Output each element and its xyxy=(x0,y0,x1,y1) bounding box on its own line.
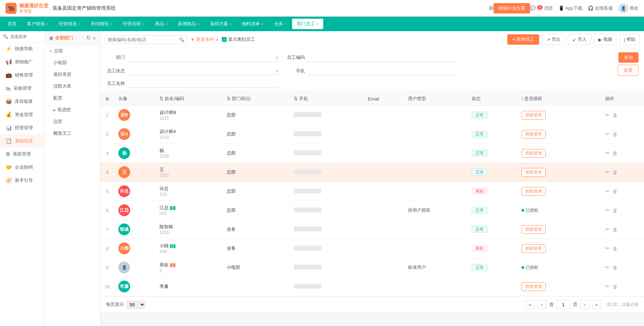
authorize-button[interactable]: 授权登录 xyxy=(521,168,546,177)
dept-node-shuanglvxiang[interactable]: ▶双虑想 xyxy=(45,104,100,116)
online-service-button[interactable]: 🎧 在线客服 xyxy=(588,5,613,11)
edit-icon[interactable]: ✏ xyxy=(605,283,610,290)
delete-icon[interactable]: 🗑 xyxy=(613,227,618,232)
nav-close-goods[interactable]: × xyxy=(165,22,167,26)
authorize-button[interactable]: 授权登录 xyxy=(521,282,546,291)
authorize-button[interactable]: 授权登录 xyxy=(521,225,546,234)
nav-item-bom[interactable]: 物料清单 × xyxy=(237,19,268,29)
help-button[interactable]: | 帮助 xyxy=(619,34,640,45)
col-name[interactable]: ⇅ 姓名/编码 xyxy=(155,92,223,106)
sidebar-item-guide[interactable]: 🧭 新手引导 xyxy=(0,174,45,187)
nav-close-history[interactable]: × xyxy=(142,22,144,26)
dept-select[interactable]: ∨ xyxy=(128,53,279,62)
dept-node-shenyang[interactable]: 沈阳大库 xyxy=(45,80,100,92)
dept-node-xiangmu[interactable]: 项目库房 xyxy=(45,69,100,80)
page-input[interactable] xyxy=(556,300,570,309)
import-button[interactable]: ↙ 导入 xyxy=(568,34,591,45)
trial-button[interactable]: 体验行业方案 xyxy=(493,3,530,14)
nav-close-operation[interactable]: × xyxy=(78,22,80,26)
nav-item-history[interactable]: 经营历程 × xyxy=(118,19,149,29)
authorize-button[interactable]: 授权登录 xyxy=(521,244,546,253)
gear-button[interactable]: ⚙ xyxy=(489,5,493,11)
first-page-btn[interactable]: « xyxy=(526,300,535,309)
delete-icon[interactable]: 🗑 xyxy=(613,169,618,175)
search-icon-main[interactable]: 🔍 xyxy=(179,37,184,42)
sidebar-item-base-info[interactable]: 📋 基础信息 xyxy=(0,134,45,148)
delete-icon[interactable]: 🗑 xyxy=(613,246,618,252)
col-phone[interactable]: ⇅ 手机 xyxy=(290,92,364,106)
prev-page-btn[interactable]: ‹ xyxy=(537,300,546,309)
dept-node-zongbu[interactable]: 总部 xyxy=(45,116,100,127)
sidebar-item-purchase[interactable]: 🛍 采购管理 xyxy=(0,82,45,95)
collapse-icon[interactable]: « xyxy=(93,35,96,41)
search-input[interactable] xyxy=(10,34,42,39)
nav-item-add-goods[interactable]: 新增商品 × xyxy=(173,19,204,29)
delete-icon[interactable]: 🗑 xyxy=(613,284,618,290)
nav-close-customer[interactable]: × xyxy=(46,22,48,26)
edit-icon[interactable]: ✏ xyxy=(605,169,610,175)
sidebar-item-finance[interactable]: 💰 资金管理 xyxy=(0,108,45,121)
edit-icon[interactable]: ✏ xyxy=(605,188,610,194)
search-input-main[interactable] xyxy=(108,37,177,42)
export-button[interactable]: ↗ 导出 xyxy=(542,34,565,45)
query-button[interactable]: 查询 xyxy=(618,52,638,63)
user-button[interactable]: 👤 用友 xyxy=(618,3,638,13)
sidebar-item-sales[interactable]: 💼 销售管理 xyxy=(0,69,45,82)
nav-item-operation[interactable]: 经营情况 × xyxy=(54,19,85,29)
resigned-checkbox[interactable]: ✓ xyxy=(222,37,227,42)
delete-icon[interactable]: 🗑 xyxy=(613,208,618,213)
col-settings[interactable]: ⚙ xyxy=(100,92,114,106)
authorize-button[interactable]: 授权登录 xyxy=(521,187,546,196)
nav-item-customer[interactable]: 客户联络 × xyxy=(22,19,53,29)
sidebar-item-system[interactable]: ⚙ 系统管理 xyxy=(0,148,45,161)
dept-node-root[interactable]: ▼总部 xyxy=(45,45,100,57)
nav-close-barcode[interactable]: × xyxy=(229,22,232,26)
nav-close-bom[interactable]: × xyxy=(261,22,263,26)
nav-close-warehouse[interactable]: × xyxy=(284,22,287,26)
nav-item-warehouse[interactable]: 仓库 × xyxy=(269,19,291,29)
delete-icon[interactable]: 🗑 xyxy=(613,265,618,271)
sidebar-item-marketing[interactable]: 📢 营销推广 xyxy=(0,55,45,69)
sidebar-item-management[interactable]: 📊 经营管理 xyxy=(0,121,45,134)
authorize-button[interactable]: 授权登录 xyxy=(521,130,546,139)
all-dept-label[interactable]: 全部部门 xyxy=(55,35,73,41)
nav-item-goods[interactable]: 商品 × xyxy=(150,19,172,29)
app-download-button[interactable]: 📱 App下载 xyxy=(559,5,582,11)
delete-icon[interactable]: 🗑 xyxy=(613,188,618,194)
edit-icon[interactable]: ✏ xyxy=(605,112,610,118)
edit-icon[interactable]: ✏ xyxy=(605,226,610,232)
nav-item-barcode[interactable]: 条码方案 × xyxy=(205,19,236,29)
phone-input[interactable] xyxy=(308,67,459,75)
nav-close-dept[interactable]: × xyxy=(316,22,318,26)
dept-node-peihuo[interactable]: 配货 xyxy=(45,92,100,104)
edit-icon[interactable]: ✏ xyxy=(605,207,610,213)
delete-icon[interactable]: 🗑 xyxy=(613,150,618,156)
emp-code-input[interactable] xyxy=(308,53,459,62)
edit-icon[interactable]: ✏ xyxy=(605,150,610,156)
nav-item-home[interactable]: 首页 xyxy=(3,19,21,29)
show-resigned-toggle[interactable]: ✓ 显示离职员工 xyxy=(222,36,255,43)
col-dept[interactable]: ⇅ 部门/职位 xyxy=(223,92,290,106)
edit-icon[interactable]: ✏ xyxy=(605,131,610,137)
per-page-input[interactable]: 50 100 xyxy=(126,301,145,309)
sidebar-item-inventory[interactable]: 📦 库存核算 xyxy=(0,95,45,108)
sidebar-item-collab[interactable]: 🤝 企业协同 xyxy=(0,161,45,174)
nav-item-profit[interactable]: 利润报告 × xyxy=(86,19,117,29)
message-button[interactable]: 💬 6 消息 xyxy=(530,5,553,11)
more-filter-btn[interactable]: ▼ 更多条件 ∧ xyxy=(190,36,219,43)
refresh-icon[interactable]: ↻ xyxy=(86,35,91,41)
add-employee-button[interactable]: + 新增员工 xyxy=(507,34,539,45)
reset-button[interactable]: 设置 xyxy=(618,65,638,76)
emp-status-select[interactable]: ∨ xyxy=(128,67,279,75)
delete-icon[interactable]: 🗑 xyxy=(613,131,618,137)
dept-node-tuoxing[interactable]: 椭形王三 xyxy=(45,127,100,139)
last-page-btn[interactable]: » xyxy=(592,300,601,309)
nav-item-dept[interactable]: 部门员工 × xyxy=(292,19,323,29)
next-page-btn[interactable]: › xyxy=(580,300,589,309)
nav-close-add-goods[interactable]: × xyxy=(197,22,199,26)
delete-icon[interactable]: 🗑 xyxy=(613,112,618,118)
edit-icon[interactable]: ✏ xyxy=(605,245,610,252)
nav-close-profit[interactable]: × xyxy=(110,22,112,26)
authorize-button[interactable]: 授权登录 xyxy=(521,111,546,120)
video-button[interactable]: ▶ 视频 xyxy=(594,34,617,45)
